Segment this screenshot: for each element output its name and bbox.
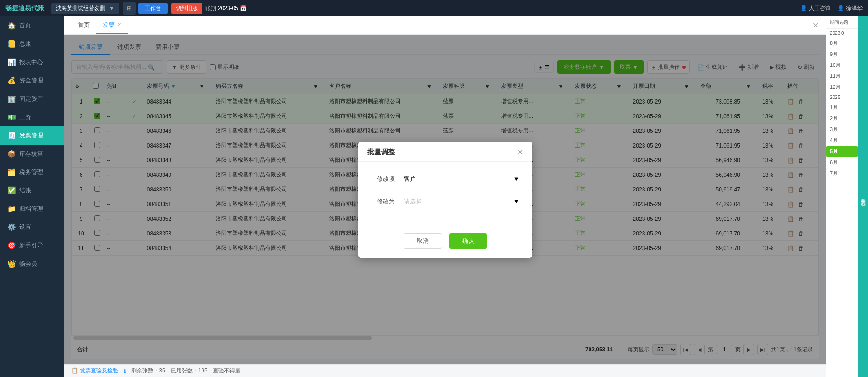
sidebar-label-tax: 税务管理 bbox=[19, 168, 43, 176]
cal-jan[interactable]: 1月 bbox=[826, 102, 858, 113]
sidebar-item-home[interactable]: 🏠 首页 bbox=[0, 16, 64, 35]
tab-home[interactable]: 首页 bbox=[71, 17, 96, 34]
invoice-check-link[interactable]: 📋 发票查验及检验 bbox=[71, 367, 118, 375]
sidebar-item-archive[interactable]: 📁 归档管理 bbox=[0, 200, 64, 218]
cal-nov[interactable]: 11月 bbox=[826, 71, 858, 82]
sidebar-label-home: 首页 bbox=[19, 22, 31, 30]
sidebar-item-close[interactable]: ✅ 结账 bbox=[0, 181, 64, 200]
user-service-icon: 👤 bbox=[800, 5, 807, 11]
cal-feb[interactable]: 2月 bbox=[826, 113, 858, 124]
sidebar-item-salary[interactable]: 💵 工资 bbox=[0, 108, 64, 126]
cal-year: 2023.0 bbox=[826, 29, 858, 38]
info-icon: ℹ bbox=[124, 368, 126, 374]
close-accounts-icon: ✅ bbox=[7, 186, 16, 195]
period-label: 账期 bbox=[205, 5, 216, 12]
sidebar-item-guide[interactable]: 🎯 新手引导 bbox=[0, 236, 64, 255]
sidebar-label-salary: 工资 bbox=[19, 113, 31, 121]
cal-mar[interactable]: 3月 bbox=[826, 124, 858, 135]
salary-icon: 💵 bbox=[7, 113, 16, 121]
cal-may-active[interactable]: 5月 bbox=[826, 146, 858, 157]
sidebar-item-funds[interactable]: 💰 资金管理 bbox=[0, 71, 64, 90]
confirm-button[interactable]: 确认 bbox=[449, 233, 487, 249]
used-count: 已用张数：195 bbox=[171, 367, 207, 375]
cal-header: 期间选题 bbox=[826, 16, 858, 29]
calendar-side-panel: 期间选题 2023.0 8月 9月 10月 11月 12月 2025 1月 2月… bbox=[826, 16, 858, 377]
modal-header: 批量调整 ✕ bbox=[358, 142, 532, 162]
content-area: 首页 发票 ✕ ✕ 销项发票 进项发票 费用小票 bbox=[64, 16, 826, 377]
funds-icon: 💰 bbox=[7, 76, 16, 85]
assets-icon: 🏢 bbox=[7, 95, 16, 103]
cal-sep[interactable]: 9月 bbox=[826, 49, 858, 60]
tab-bar: 首页 发票 ✕ ✕ bbox=[64, 16, 826, 35]
batch-adjust-modal: 批量调整 ✕ 修改项 客户 ▼ bbox=[358, 142, 532, 258]
ledger-icon: 📒 bbox=[7, 40, 16, 48]
cal-jun[interactable]: 6月 bbox=[826, 157, 858, 168]
modal-close-button[interactable]: ✕ bbox=[517, 148, 523, 157]
main-content: 销项发票 进项发票 费用小票 请输入号码/名称/全额/机器... 🔍 ▼ 更多条… bbox=[64, 35, 826, 364]
tab-invoice[interactable]: 发票 ✕ bbox=[96, 17, 128, 34]
sidebar-label-invoice: 发票管理 bbox=[19, 131, 43, 140]
sidebar-label-assets: 固定资产 bbox=[19, 95, 43, 103]
main-area: 🏠 首页 📒 总账 📊 报表中心 💰 资金管理 🏢 固定资产 💵 工资 bbox=[0, 16, 868, 377]
user-service-button[interactable]: 👤 人工咨询 bbox=[800, 5, 831, 12]
tab-invoice-label: 发票 bbox=[103, 21, 115, 29]
close-window-icon[interactable]: ✕ bbox=[813, 21, 819, 30]
reports-icon: 📊 bbox=[7, 58, 16, 66]
cut-to-old-button[interactable]: 切到旧版 bbox=[171, 3, 202, 14]
workspace-button[interactable]: 工作台 bbox=[138, 3, 168, 14]
cal-apr[interactable]: 4月 bbox=[826, 135, 858, 146]
sidebar-label-settings: 设置 bbox=[19, 223, 31, 231]
sidebar-label-inventory: 库存核算 bbox=[19, 150, 43, 158]
tax-icon: 🗂️ bbox=[7, 168, 16, 176]
sidebar-label-close: 结账 bbox=[19, 186, 31, 195]
tab-close-icon[interactable]: ✕ bbox=[117, 22, 121, 28]
modify-to-select[interactable]: 请选择 ▼ bbox=[400, 195, 523, 208]
sidebar-label-reports: 报表中心 bbox=[19, 58, 43, 66]
modal-footer: 取消 确认 bbox=[358, 229, 532, 258]
user-avatar[interactable]: 👤 徐泽华 bbox=[837, 5, 863, 12]
calendar-icon[interactable]: 📅 bbox=[240, 5, 247, 11]
archive-icon: 📁 bbox=[7, 205, 16, 213]
tab-home-label: 首页 bbox=[78, 21, 90, 29]
field-dropdown-icon: ▼ bbox=[513, 175, 519, 182]
bottom-status-bar: 📋 发票查验及检验 ℹ 剩余张数：35 已用张数：195 查验不得量 bbox=[64, 364, 826, 377]
chevron-down-icon: ▼ bbox=[109, 5, 115, 11]
sidebar-item-member[interactable]: 👑 畅会员 bbox=[0, 255, 64, 273]
sidebar-item-reports[interactable]: 📊 报表中心 bbox=[0, 53, 64, 71]
top-bar: 畅捷通易代账 沈海英测试经营勿删 ▼ ⊞ 工作台 切到旧版 账期 2023-05… bbox=[0, 0, 868, 16]
sidebar-item-inventory[interactable]: 📦 库存核算 bbox=[0, 145, 64, 163]
cal-aug[interactable]: 8月 bbox=[826, 38, 858, 49]
gear-icon: ⚙️ bbox=[7, 223, 16, 231]
sidebar-item-invoice[interactable]: 🧾 发票管理 bbox=[0, 126, 64, 145]
guide-icon: 🎯 bbox=[7, 241, 16, 250]
sidebar-item-assets[interactable]: 🏢 固定资产 bbox=[0, 90, 64, 108]
cal-dec[interactable]: 12月 bbox=[826, 82, 858, 93]
cal-oct[interactable]: 10月 bbox=[826, 60, 858, 71]
inventory-icon: 📦 bbox=[7, 150, 16, 158]
remaining-count: 剩余张数：35 bbox=[131, 367, 165, 375]
modify-to-placeholder: 请选择 bbox=[404, 197, 422, 206]
sidebar-item-settings[interactable]: ⚙️ 设置 bbox=[0, 218, 64, 236]
company-icon-btn[interactable]: ⊞ bbox=[123, 2, 136, 15]
modify-to-row: 修改为 请选择 ▼ bbox=[367, 195, 523, 208]
avatar-icon: 👤 bbox=[837, 5, 844, 11]
modify-field-row: 修改项 客户 ▼ bbox=[367, 173, 523, 186]
modal-title: 批量调整 bbox=[367, 148, 395, 157]
modify-field-label: 修改项 bbox=[367, 175, 395, 183]
sidebar: 🏠 首页 📒 总账 📊 报表中心 💰 资金管理 🏢 固定资产 💵 工资 bbox=[0, 16, 64, 377]
company-selector[interactable]: 沈海英测试经营勿删 ▼ bbox=[51, 3, 119, 14]
open-invoice-label: 开票记录 bbox=[860, 195, 867, 199]
open-invoice-panel[interactable]: 开票记录 bbox=[858, 16, 868, 377]
cal-year2: 2025 bbox=[826, 93, 858, 102]
app-root: 畅捷通易代账 沈海英测试经营勿删 ▼ ⊞ 工作台 切到旧版 账期 2023-05… bbox=[0, 0, 868, 377]
modify-field-select[interactable]: 客户 ▼ bbox=[400, 173, 523, 186]
invoice-icon: 🧾 bbox=[7, 131, 16, 140]
top-right-area: 👤 人工咨询 👤 徐泽华 bbox=[800, 5, 863, 12]
sidebar-item-ledger[interactable]: 📒 总账 bbox=[0, 35, 64, 53]
cal-jul[interactable]: 7月 bbox=[826, 168, 858, 179]
sidebar-item-tax[interactable]: 🗂️ 税务管理 bbox=[0, 163, 64, 181]
sidebar-label-archive: 归档管理 bbox=[19, 205, 43, 213]
modal-overlay: 批量调整 ✕ 修改项 客户 ▼ bbox=[64, 35, 826, 364]
cancel-button[interactable]: 取消 bbox=[404, 233, 442, 249]
sidebar-label-member: 畅会员 bbox=[19, 260, 37, 268]
